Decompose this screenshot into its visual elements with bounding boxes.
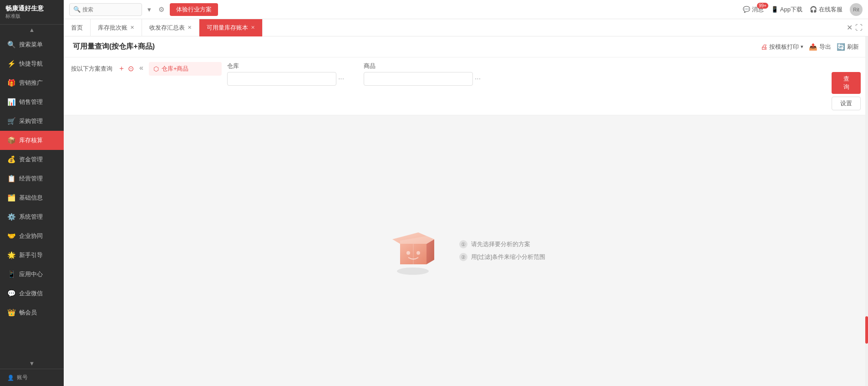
tab-available-stock-close[interactable]: ✕ — [251, 25, 255, 31]
gear-icon-topbar[interactable]: ⚙ — [157, 4, 166, 15]
tab-available-stock[interactable]: 可用量库存账本 ✕ — [199, 19, 263, 36]
operations-icon: 📋 — [7, 175, 15, 183]
sidebar-item-quick-nav[interactable]: ⚡ 快捷导航 — [0, 54, 64, 73]
refresh-btn[interactable]: 🔄 刷新 — [837, 43, 859, 51]
product-input[interactable] — [364, 72, 473, 86]
scheme-icon: ⬡ — [153, 65, 159, 72]
message-btn[interactable]: 💬 消息 99+ — [743, 5, 764, 14]
print-icon: 🖨 — [761, 43, 767, 51]
app-download-label: App下载 — [780, 5, 802, 14]
tab-home-label: 首页 — [71, 24, 83, 32]
right-scrollbar — [865, 36, 868, 386]
page-header-actions: 🖨 按模板打印 ▾ 📤 导出 🔄 刷新 — [761, 43, 859, 51]
scheme-label: 仓库+商品 — [162, 65, 189, 73]
sidebar-item-label: 采购管理 — [19, 117, 43, 125]
sidebar-item-marketing[interactable]: 🎁 营销推广 — [0, 73, 64, 93]
sidebar-item-sales[interactable]: 📊 销售管理 — [0, 93, 64, 112]
sidebar-item-finance[interactable]: 💰 资金管理 — [0, 150, 64, 169]
trial-btn[interactable]: 体验行业方案 — [170, 3, 218, 16]
print-dropdown-icon[interactable]: ▾ — [801, 44, 803, 50]
topbar: 🔍 ▾ ⚙ 体验行业方案 💬 消息 99+ 📱 App下载 🎧 在线客服 Rit — [64, 0, 868, 19]
app-download-btn[interactable]: 📱 App下载 — [771, 5, 802, 14]
sidebar-item-operations[interactable]: 📋 经营管理 — [0, 169, 64, 188]
user-avatar[interactable]: Rit — [850, 3, 863, 16]
online-service-btn[interactable]: 🎧 在线客服 — [810, 5, 843, 14]
empty-tip-1: ① 请先选择要分析的方案 — [459, 240, 545, 248]
svg-point-0 — [397, 268, 429, 275]
search-input[interactable] — [82, 6, 137, 13]
topbar-search-box[interactable]: 🔍 — [69, 3, 142, 16]
svg-point-6 — [406, 251, 410, 255]
refresh-icon: 🔄 — [837, 43, 845, 51]
filter-area: 按以下方案查询 ＋ ⊙ « ⬡ 仓库+商品 仓库 ··· — [64, 57, 868, 115]
empty-illustration — [386, 223, 441, 278]
sidebar-item-search[interactable]: 🔍 搜索菜单 — [0, 35, 64, 54]
add-scheme-btn[interactable]: ＋ — [118, 64, 125, 73]
sidebar-item-member[interactable]: 👑 畅会员 — [0, 303, 64, 322]
warehouse-input[interactable] — [227, 72, 336, 86]
purchase-icon: 🛒 — [7, 117, 15, 125]
sales-icon: 📊 — [7, 98, 15, 106]
message-icon: 💬 — [743, 6, 750, 13]
collapse-filter-btn[interactable]: « — [139, 62, 143, 72]
sidebar-item-purchase[interactable]: 🛒 采购管理 — [0, 112, 64, 131]
sidebar-item-label: 应用中心 — [19, 270, 43, 278]
product-more-btn[interactable]: ··· — [475, 75, 481, 83]
headset-icon: 🎧 — [810, 6, 817, 13]
export-btn[interactable]: 📤 导出 — [809, 43, 831, 51]
sidebar-item-label: 基础信息 — [19, 194, 43, 202]
query-btn-area: 查询 设置 — [832, 62, 861, 110]
export-icon: 📤 — [809, 43, 817, 51]
tab-batch-account-label: 库存批次账 — [98, 24, 127, 32]
app-version: 标准版 — [5, 13, 58, 20]
print-btn[interactable]: 🖨 按模板打印 ▾ — [761, 43, 803, 51]
svg-point-7 — [416, 251, 420, 255]
sidebar-item-newbie[interactable]: 🌟 新手引导 — [0, 246, 64, 265]
tip-num-2: ② — [459, 253, 467, 261]
sidebar-item-wechat[interactable]: 💬 企业微信 — [0, 284, 64, 303]
tab-batch-account-close[interactable]: ✕ — [130, 25, 134, 31]
user-avatar-sidebar: 👤 — [7, 375, 14, 381]
online-service-label: 在线客服 — [819, 5, 843, 14]
tab-available-stock-label: 可用量库存账本 — [207, 24, 248, 32]
tab-receive-summary-close[interactable]: ✕ — [188, 25, 192, 31]
filter-field-product: 商品 ··· — [364, 62, 491, 86]
settings-btn[interactable]: 设置 — [832, 97, 861, 110]
sidebar-nav: 🔍 搜索菜单 ⚡ 快捷导航 🎁 营销推广 📊 销售管理 🛒 采购管理 📦 库存核… — [0, 35, 64, 358]
export-label: 导出 — [819, 43, 831, 51]
sidebar-item-app-center[interactable]: 📱 应用中心 — [0, 265, 64, 284]
sidebar-user-label: 账号 — [17, 374, 28, 381]
sidebar-item-label: 经营管理 — [19, 175, 43, 183]
tab-batch-account[interactable]: 库存批次账 ✕ — [91, 19, 142, 36]
tab-home[interactable]: 首页 — [64, 19, 91, 36]
newbie-icon: 🌟 — [7, 251, 15, 259]
warehouse-more-btn[interactable]: ··· — [338, 75, 344, 83]
sidebar-item-label: 新手引导 — [19, 251, 43, 259]
sidebar-item-system[interactable]: ⚙️ 系统管理 — [0, 207, 64, 226]
system-icon: ⚙️ — [7, 213, 15, 221]
tab-receive-summary[interactable]: 收发存汇总表 ✕ — [142, 19, 199, 36]
sidebar-item-basic[interactable]: 🗂️ 基础信息 — [0, 188, 64, 207]
tabs-actions: ✕ ⛶ — [841, 23, 868, 32]
tip-text-1: 请先选择要分析的方案 — [471, 240, 530, 248]
sidebar-item-label: 库存核算 — [19, 136, 43, 144]
settings-scheme-btn[interactable]: ⊙ — [128, 64, 134, 73]
right-scrollbar-thumb[interactable] — [865, 316, 868, 344]
sidebar-scroll-down[interactable]: ▼ — [0, 358, 64, 369]
settings-icon-topbar[interactable]: ▾ — [146, 4, 153, 15]
sidebar-item-inventory[interactable]: 📦 库存核算 — [0, 131, 64, 150]
close-tab-icon[interactable]: ✕ — [847, 23, 853, 32]
search-icon: 🔍 — [7, 41, 15, 49]
app-download-icon: 📱 — [771, 6, 778, 13]
maximize-tab-icon[interactable]: ⛶ — [855, 24, 863, 32]
scheme-item-warehouse-product[interactable]: ⬡ 仓库+商品 — [149, 62, 222, 76]
scheme-list: ⬡ 仓库+商品 — [149, 62, 222, 76]
sidebar: 畅康通好生意 标准版 ▲ 🔍 搜索菜单 ⚡ 快捷导航 🎁 营销推广 📊 销售管理… — [0, 0, 64, 386]
query-btn[interactable]: 查询 — [832, 72, 861, 94]
sidebar-item-enterprise[interactable]: 🤝 企业协同 — [0, 226, 64, 246]
quick-nav-icon: ⚡ — [7, 60, 15, 68]
sidebar-bottom: 👤 账号 — [0, 369, 64, 386]
print-label: 按模板打印 — [769, 43, 799, 51]
sidebar-scroll-up[interactable]: ▲ — [0, 25, 64, 35]
tip-text-2: 用[过滤]条件来缩小分析范围 — [471, 253, 545, 261]
